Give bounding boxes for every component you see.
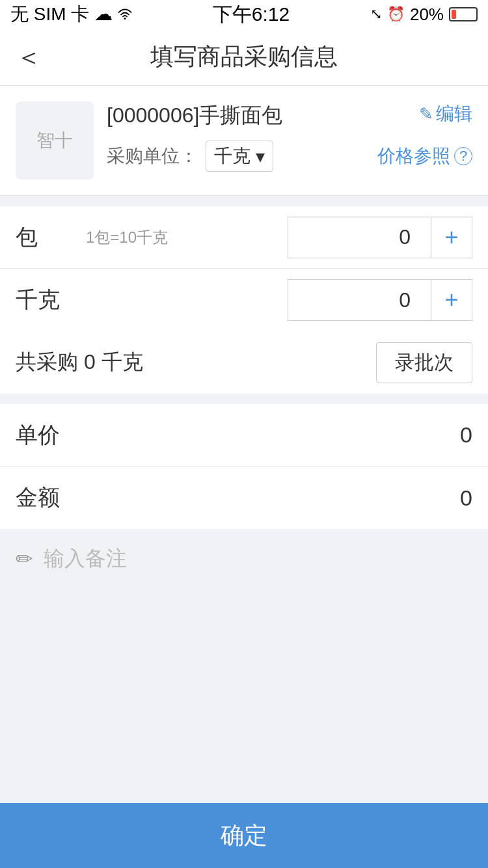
remark-placeholder: 输入备注	[44, 545, 127, 573]
status-bar: 无 SIM 卡 ☁ 下午6:12 ⤡ ⏰ 20%	[0, 0, 488, 29]
status-time: 下午6:12	[213, 1, 290, 28]
price-ref-button[interactable]: 价格参照 ?	[377, 144, 472, 169]
page-title: 填写商品采购信息	[150, 41, 338, 73]
chevron-down-icon: ▾	[256, 146, 265, 167]
bag-qty-input[interactable]	[288, 217, 431, 258]
edit-label: 编辑	[436, 102, 472, 126]
nav-bar: ＜ 填写商品采购信息	[0, 29, 488, 86]
alarm-icon: ⏰	[387, 6, 405, 23]
location-icon: ⤡	[370, 6, 382, 23]
total-unit: 千克	[102, 350, 143, 373]
total-prefix: 共采购	[16, 350, 78, 373]
bag-label: 包	[16, 223, 81, 252]
unit-value: 千克	[214, 144, 251, 169]
bag-input-row: 包 1包=10千克 +	[0, 206, 488, 269]
amount-label: 金额	[16, 483, 60, 513]
unit-select[interactable]: 千克 ▾	[206, 141, 273, 172]
sim-status: 无 SIM 卡 ☁	[10, 2, 113, 27]
battery-icon	[449, 7, 478, 21]
kg-input-row: 千克 +	[0, 269, 488, 331]
status-left: 无 SIM 卡 ☁	[10, 2, 132, 27]
total-section: 共采购 0 千克 录批次	[0, 331, 488, 394]
section-divider-1	[0, 196, 488, 206]
edit-icon: ✎	[419, 104, 433, 124]
product-header: [0000006]手撕面包 ✎ 编辑	[107, 102, 472, 130]
kg-qty-input[interactable]	[288, 279, 431, 321]
total-amount: 0	[84, 350, 96, 373]
total-text: 共采购 0 千克	[16, 348, 376, 377]
content-area	[0, 589, 488, 810]
kg-qty-wrap: +	[288, 279, 472, 321]
info-section: 单价 0 金额 0	[0, 404, 488, 529]
product-info: [0000006]手撕面包 ✎ 编辑 采购单位： 千克 ▾ 价格参照 ?	[107, 102, 472, 172]
confirm-button[interactable]: 确定	[0, 803, 488, 868]
unit-label: 采购单位：	[107, 144, 198, 169]
edit-button[interactable]: ✎ 编辑	[419, 102, 472, 126]
amount-row: 金额 0	[0, 467, 488, 529]
quantity-input-section: 包 1包=10千克 + 千克 +	[0, 206, 488, 331]
status-right: ⤡ ⏰ 20%	[370, 5, 478, 25]
remark-section[interactable]: ✏ 输入备注	[0, 529, 488, 589]
price-value: 0	[460, 422, 472, 448]
bag-plus-button[interactable]: +	[431, 217, 472, 258]
product-card: 智十 [0000006]手撕面包 ✎ 编辑 采购单位： 千克 ▾ 价格参照 ?	[0, 86, 488, 196]
pencil-icon: ✏	[16, 547, 33, 571]
bag-qty-wrap: +	[288, 217, 472, 258]
back-button[interactable]: ＜	[16, 39, 42, 75]
price-ref-label: 价格参照	[377, 144, 450, 169]
kg-label: 千克	[16, 285, 81, 315]
amount-value: 0	[460, 485, 472, 511]
batch-button[interactable]: 录批次	[376, 342, 472, 383]
question-icon: ?	[454, 147, 472, 165]
battery-percent: 20%	[410, 5, 444, 25]
product-thumbnail: 智十	[16, 102, 94, 180]
product-logo-text: 智十	[36, 128, 73, 153]
wifi-icon	[118, 4, 132, 25]
price-row: 单价 0	[0, 404, 488, 467]
kg-plus-button[interactable]: +	[431, 279, 472, 321]
bag-sub-label: 1包=10千克	[86, 227, 168, 248]
product-name: [0000006]手撕面包	[107, 102, 282, 130]
section-divider-2	[0, 394, 488, 404]
product-unit-row: 采购单位： 千克 ▾ 价格参照 ?	[107, 141, 472, 172]
price-label: 单价	[16, 420, 60, 450]
